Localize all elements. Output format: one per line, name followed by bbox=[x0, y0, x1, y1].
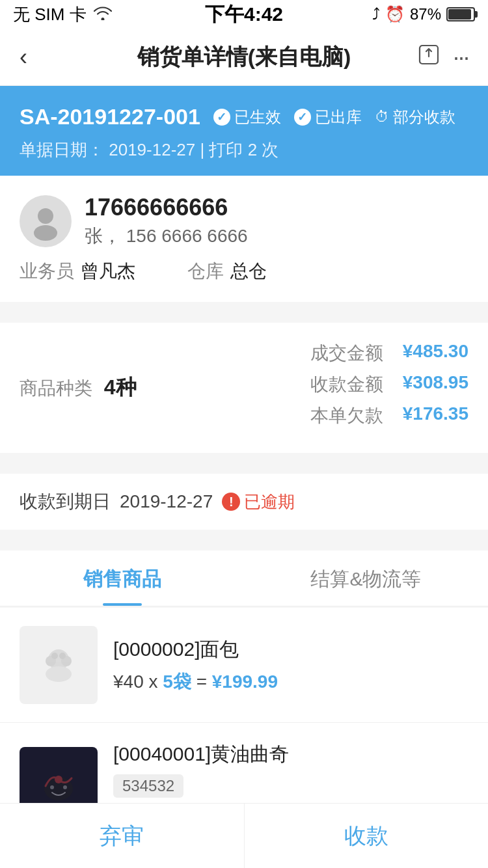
product-name-1: [0000002]面包 bbox=[113, 636, 468, 663]
stats-row-amount: 成交金额 ¥485.30 bbox=[310, 341, 468, 366]
status-partial: ⏱ 部分收款 bbox=[375, 107, 455, 128]
svg-point-7 bbox=[51, 653, 58, 659]
stats-row-due: 本单欠款 ¥176.35 bbox=[310, 403, 468, 428]
salesperson-label: 业务员 bbox=[20, 259, 74, 284]
salesperson-value: 曾凡杰 bbox=[81, 259, 135, 284]
print-count: 2 bbox=[248, 140, 257, 159]
page-title: 销货单详情(来自电脑) bbox=[137, 42, 351, 72]
wifi-icon bbox=[93, 5, 113, 25]
svg-point-10 bbox=[55, 776, 62, 783]
cancel-button[interactable]: 弃审 bbox=[0, 804, 245, 868]
svg-point-12 bbox=[63, 785, 67, 789]
back-button[interactable]: ‹ bbox=[20, 44, 52, 71]
clock-icon: ⏱ bbox=[375, 109, 389, 126]
order-date-value: 2019-12-27 bbox=[109, 140, 195, 159]
status-shipped-label: 已出库 bbox=[315, 107, 362, 128]
battery-icon bbox=[446, 7, 475, 21]
status-shipped: ✓ 已出库 bbox=[294, 107, 362, 128]
category-value: 4种 bbox=[104, 375, 137, 399]
stats-amounts: 成交金额 ¥485.30 收款金额 ¥308.95 本单欠款 ¥176.35 bbox=[310, 341, 468, 435]
svg-point-2 bbox=[34, 225, 57, 241]
amount-value: ¥485.30 bbox=[403, 341, 468, 366]
carrier-text: 无 SIM 卡 bbox=[13, 3, 87, 26]
tab-settlement-label: 结算&物流等 bbox=[310, 568, 421, 590]
customer-phone: 17666666666 bbox=[85, 194, 248, 221]
product-total-1: ¥199.99 bbox=[212, 671, 278, 692]
overdue-text: 已逾期 bbox=[244, 491, 295, 513]
order-id: SA-20191227-001 bbox=[20, 104, 200, 129]
customer-name-label: 张， bbox=[85, 226, 121, 246]
customer-section: 17666666666 张， 156 6666 6666 业务员 曾凡杰 仓库 … bbox=[0, 176, 488, 302]
cancel-label: 弃审 bbox=[100, 821, 144, 851]
status-left: 无 SIM 卡 bbox=[13, 3, 113, 26]
divider-3 bbox=[0, 540, 488, 550]
divider-2 bbox=[0, 463, 488, 474]
svg-point-11 bbox=[50, 785, 54, 789]
product-name-2: [00040001]黄油曲奇 bbox=[113, 741, 468, 768]
order-header: SA-20191227-001 ✓ 已生效 ✓ 已出库 ⏱ 部分收款 单据日期：… bbox=[0, 86, 488, 176]
product-sku-2: 534532 bbox=[113, 774, 183, 798]
avatar bbox=[20, 195, 72, 247]
battery-percent: 87% bbox=[410, 5, 441, 23]
stats-row-received: 收款金额 ¥308.95 bbox=[310, 372, 468, 397]
product-equals-1: = bbox=[197, 671, 212, 692]
order-date-row: 单据日期： 2019-12-27 | 打印 2 次 bbox=[20, 139, 468, 161]
tab-sales[interactable]: 销售商品 bbox=[0, 550, 244, 606]
alarm-icon: ⏰ bbox=[385, 5, 405, 23]
print-suffix: 次 bbox=[262, 140, 278, 159]
bottom-action-bar: 弃审 收款 bbox=[0, 803, 488, 868]
status-effective-label: 已生效 bbox=[234, 107, 281, 128]
product-qty-1: 5袋 bbox=[163, 671, 191, 692]
product-multiply-1: x bbox=[149, 671, 163, 692]
product-price-1: ¥40 bbox=[113, 671, 144, 692]
product-info-1: [0000002]面包 ¥40 x 5袋 = ¥199.99 bbox=[113, 636, 468, 694]
check-icon-1: ✓ bbox=[213, 109, 230, 126]
status-bar: 无 SIM 卡 下午4:42 ⤴ ⏰ 87% bbox=[0, 0, 488, 29]
tab-sales-label: 销售商品 bbox=[83, 568, 161, 590]
print-label: 打印 bbox=[209, 140, 243, 159]
status-right: ⤴ ⏰ 87% bbox=[372, 5, 475, 23]
stats-section: 商品种类 4种 成交金额 ¥485.30 收款金额 ¥308.95 本单欠款 ¥… bbox=[0, 323, 488, 453]
customer-row: 17666666666 张， 156 6666 6666 bbox=[20, 194, 468, 249]
due-section: 收款到期日 2019-12-27 ! 已逾期 bbox=[0, 474, 488, 530]
product-thumb-1 bbox=[20, 626, 98, 704]
order-date-label: 单据日期： bbox=[20, 140, 104, 159]
product-price-row-1: ¥40 x 5袋 = ¥199.99 bbox=[113, 670, 468, 694]
overdue-badge: ! 已逾期 bbox=[222, 491, 295, 513]
check-icon-2: ✓ bbox=[294, 109, 311, 126]
customer-name-phone: 张， 156 6666 6666 bbox=[85, 224, 248, 249]
due-value: ¥176.35 bbox=[403, 403, 468, 428]
product-item: [0000002]面包 ¥40 x 5袋 = ¥199.99 bbox=[0, 608, 488, 723]
info-row: 业务员 曾凡杰 仓库 总仓 bbox=[20, 259, 468, 284]
overdue-dot-icon: ! bbox=[222, 493, 240, 511]
nav-actions: ··· bbox=[418, 44, 468, 71]
confirm-button[interactable]: 收款 bbox=[245, 804, 489, 868]
status-time: 下午4:42 bbox=[205, 1, 283, 28]
status-partial-label: 部分收款 bbox=[393, 107, 455, 128]
status-effective: ✓ 已生效 bbox=[213, 107, 281, 128]
warehouse-label: 仓库 bbox=[187, 259, 224, 284]
nav-bar: ‹ 销货单详情(来自电脑) ··· bbox=[0, 29, 488, 86]
tab-settlement[interactable]: 结算&物流等 bbox=[244, 550, 488, 606]
stats-category: 商品种类 4种 bbox=[20, 373, 137, 402]
warehouse-value: 总仓 bbox=[230, 259, 267, 284]
due-date-value: 2019-12-27 bbox=[120, 491, 213, 512]
amount-label: 成交金额 bbox=[310, 341, 383, 366]
svg-point-1 bbox=[38, 208, 53, 224]
divider-1 bbox=[0, 312, 488, 323]
received-label: 收款金额 bbox=[310, 372, 383, 397]
due-label: 本单欠款 bbox=[310, 403, 383, 428]
customer-alt-phone: 156 6666 6666 bbox=[126, 226, 248, 246]
tabs-bar: 销售商品 结算&物流等 bbox=[0, 550, 488, 606]
customer-info: 17666666666 张， 156 6666 6666 bbox=[85, 194, 248, 249]
svg-point-8 bbox=[59, 653, 66, 659]
order-date-sep: | bbox=[200, 140, 209, 159]
confirm-label: 收款 bbox=[344, 821, 388, 851]
received-value: ¥308.95 bbox=[403, 372, 468, 397]
more-icon[interactable]: ··· bbox=[453, 44, 468, 71]
svg-point-6 bbox=[46, 666, 72, 682]
due-date-label: 收款到期日 bbox=[20, 489, 111, 514]
location-icon: ⤴ bbox=[372, 5, 380, 23]
share-icon[interactable] bbox=[418, 44, 440, 71]
category-label: 商品种类 bbox=[20, 378, 92, 398]
